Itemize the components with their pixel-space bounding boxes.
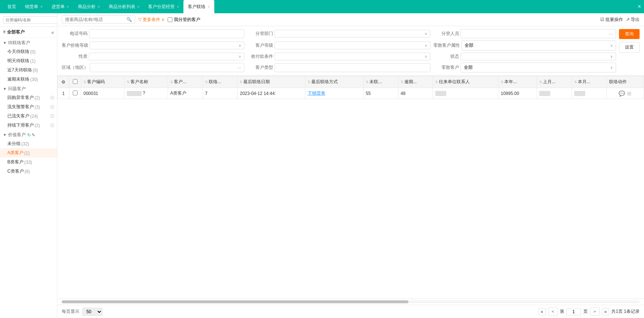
col-settings[interactable]: ⚙ [58,76,69,88]
nav-product-analysis[interactable]: 商品分析 × [74,0,104,13]
scrollbar-thumb[interactable] [62,300,408,303]
payment-arrow: ∨ [425,54,427,59]
dept-select[interactable]: ∨ [275,30,430,38]
nav-purchase[interactable]: 进货单 × [47,0,74,13]
col-sort-icon-2: ⇅ [127,80,130,84]
top-nav: 首页 销货单 × 进货单 × 商品分析 × 商品分析列表 × 客户分层经营 × … [0,0,644,13]
row-overdue: 48 [398,88,433,99]
my-customer-filter[interactable]: 我分管的客户 [168,17,200,23]
close-customer-tier-tab[interactable]: × [177,5,179,9]
scatter-customer-select[interactable]: 全部 ∨ [461,63,616,73]
close-purchase-tab[interactable]: × [67,5,69,9]
collapse-sidebar-btn[interactable]: « [51,29,54,35]
nav-product-list[interactable]: 商品分析列表 × [104,0,144,13]
status-arrow: ∨ [610,54,613,59]
action-buttons: 查询 设置 [619,29,640,73]
customer-level-select[interactable]: ∨ [275,42,430,49]
region-select[interactable]: ··· [90,63,244,72]
data-table: ⚙ ⇅ 客户编码 ⇅ [57,76,644,99]
row-last-month [537,88,572,99]
sidebar-item-declining[interactable]: 持续下滑客户 (2) ⓘ [0,121,57,130]
row-last-method[interactable]: 下销货单 [305,88,364,99]
filter-row-4: 区域（地区） ··· 客户类型 零散客户 [62,63,616,73]
close-all-btn[interactable]: × [638,3,641,10]
first-page-btn[interactable]: « [538,308,546,315]
edit-icon[interactable]: ✎ [32,132,35,138]
sidebar-item-overdue[interactable]: 逾期未联络 (30) [0,75,57,84]
sidebar: 🔍 ⠿ 全部客户 « ▼ 待联络客户 今天待联络 (0) 明天待联络 (1) 近… [0,13,57,318]
select-all-checkbox[interactable] [73,79,78,84]
person-input[interactable]: ··· [461,29,616,38]
person-more-icon[interactable]: ··· [609,31,613,36]
next-page-btn[interactable]: ＞ [590,307,600,316]
col-sort-icon-8: ⇅ [401,80,404,84]
nature-select[interactable]: ∨ [89,53,244,60]
customer-type-input[interactable] [275,63,430,72]
close-sales-tab[interactable]: × [40,5,43,9]
page-size-select[interactable]: 50 100 200 [82,308,103,316]
close-product-list-tab[interactable]: × [137,5,140,9]
filter-payment: 收付款条件 ∨ [247,53,430,60]
nav-customer-tier[interactable]: 客户分层经营 × [144,0,183,13]
table-settings-icon[interactable]: ⚙ [61,80,65,85]
last-method-link[interactable]: 下销货单 [308,91,325,96]
region-more-icon[interactable]: ··· [237,65,241,70]
sidebar-item-today[interactable]: 今天待联络 (0) [0,47,57,56]
phone-input[interactable] [89,29,244,38]
horizontal-scrollbar[interactable] [57,298,644,305]
col-sort-icon-6: ⇅ [308,80,311,84]
price-level-select[interactable]: ∨ [90,42,244,49]
batch-op-btn[interactable]: ☑ 批量操作 [600,17,623,23]
name-blur [127,91,142,96]
search-input[interactable] [65,17,126,22]
col-this-year: ⇅ 本年... [498,76,537,88]
settings-button[interactable]: 设置 [619,42,640,53]
filter-row-2: 客户价格等级 ∨ 客户等级 ∨ [62,40,616,50]
row-last-date: 2023-04-12 14:44: [237,88,305,99]
payment-select[interactable]: ∨ [275,53,430,60]
row-checkbox-cell[interactable] [69,88,81,99]
sidebar-item-churned[interactable]: 已流失客户 (24) ⓘ [0,112,57,121]
my-customer-checkbox[interactable] [168,17,172,22]
contact-blur [435,91,446,96]
sidebar-search-input[interactable] [3,16,57,24]
nav-sales[interactable]: 销货单 × [21,0,47,13]
sidebar-item-7days[interactable]: 近7天待联络 (0) [0,66,57,75]
sidebar-item-churn-warning[interactable]: 流失预警客户 (3) ⓘ [0,102,57,112]
export-btn[interactable]: ↗ 导出 [626,17,640,23]
more-filter-btn[interactable]: ▽ 更多条件 ∨ [138,17,165,23]
col-sort-icon-12: ⇅ [574,80,577,84]
sidebar-item-class-b[interactable]: B类客户 (33) [0,158,57,167]
filter-status: 状态 ∨ [433,53,616,60]
last-month-blur [539,91,550,96]
sidebar-item-class-a[interactable]: A类客户 (1) [0,148,57,158]
group-problem-customer: ▼ 问题客户 [0,84,57,93]
nav-home[interactable]: 首页 [3,0,21,13]
last-page-btn[interactable]: » [602,308,609,315]
search-icon[interactable]: 🔍 [126,17,132,22]
sidebar-item-tomorrow[interactable]: 明天待联络 (1) [0,56,57,66]
col-name: ⇅ 客户名称 [124,76,168,88]
close-customer-contact-tab[interactable]: × [208,5,210,9]
col-sort-icon-11: ⇅ [539,80,542,84]
prev-page-btn[interactable]: ＜ [548,307,558,316]
scatter-attr-select[interactable]: 全部 ∨ [461,40,616,50]
col-checkbox[interactable] [69,76,81,88]
filter-customer-type: 客户类型 [247,63,430,72]
row-uncontacted: 55 [363,88,398,99]
nav-customer-contact[interactable]: 客户联络 × [183,0,214,13]
refresh-icon[interactable]: ↻ [27,132,31,138]
row-checkbox[interactable] [73,91,78,95]
close-product-analysis-tab[interactable]: × [98,5,100,9]
sidebar-item-unclassified[interactable]: 未分组 (32) [0,139,57,148]
status-select[interactable]: ∨ [461,53,616,60]
query-button[interactable]: 查询 [619,29,640,39]
contact-action-icon[interactable]: 💬 [619,91,625,96]
qr-action-icon[interactable]: ⊞ [627,91,632,96]
filter-region: 区域（地区） ··· [62,63,244,72]
scatter-attr-arrow: ∨ [610,43,613,47]
sidebar-item-repurchase-anomaly[interactable]: 回购异常客户 (2) ⓘ [0,93,57,102]
page-input[interactable] [566,308,581,315]
sidebar-item-class-c[interactable]: C类客户 (6) [0,167,57,176]
warn-icon-3: ⓘ [50,114,54,119]
